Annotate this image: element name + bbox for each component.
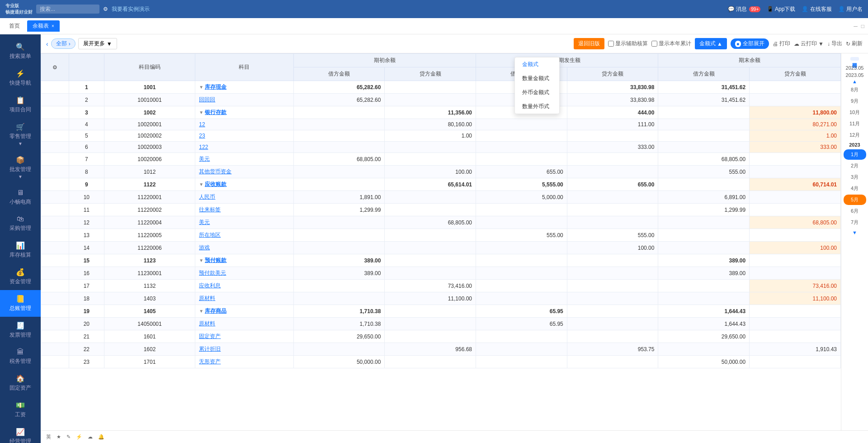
sidebar-item-purchase[interactable]: 🛍 采购管理: [0, 210, 41, 237]
td-name[interactable]: ▼ 应收账款: [195, 178, 293, 191]
demo-link[interactable]: 我要看实例演示: [112, 5, 150, 13]
sidebar-item-inventory[interactable]: 📊 库存核算: [0, 237, 41, 263]
td-name[interactable]: 累计折旧: [195, 343, 293, 356]
td-dcl: 1,644.43: [658, 318, 750, 330]
status-edit[interactable]: ✎: [66, 434, 71, 440]
rp-month-jan[interactable]: 1月: [844, 149, 866, 160]
sidebar-item-finance[interactable]: 💰 资金管理: [0, 263, 41, 290]
td-name[interactable]: 美元: [195, 153, 293, 166]
sidebar-item-quicknav[interactable]: ⚡ 快捷导航: [0, 65, 41, 91]
sidebar-item-search[interactable]: 🔍 搜索菜单: [0, 38, 41, 65]
rp-month-may[interactable]: 5月: [844, 195, 866, 205]
mode-option-qty-amount[interactable]: 数量金额式: [515, 71, 559, 86]
mode-btn[interactable]: 金额式 ▲: [695, 38, 727, 49]
td-name[interactable]: ▼ 库存商品: [195, 305, 293, 318]
ytd-checkbox[interactable]: [651, 41, 657, 47]
td-name[interactable]: 应收利息: [195, 280, 293, 292]
td-ccl: [750, 267, 841, 280]
td-name[interactable]: ▼ 库存现金: [195, 81, 293, 94]
print-btn[interactable]: 🖨 打印: [773, 40, 790, 48]
refresh-btn[interactable]: ↻ 刷新: [846, 40, 863, 48]
td-name[interactable]: 23: [195, 130, 293, 142]
tab-close-icon[interactable]: ×: [52, 24, 54, 29]
rp-month-jul[interactable]: 7月: [844, 217, 866, 228]
message-btn[interactable]: 💬 消息 99+: [728, 5, 761, 13]
td-name[interactable]: 往来标签: [195, 204, 293, 216]
rp-month-nov[interactable]: 11月: [844, 119, 866, 129]
td-code: 1602: [104, 343, 195, 356]
td-name[interactable]: 回回回: [195, 94, 293, 106]
status-flash[interactable]: ⚡: [76, 434, 82, 440]
status-star[interactable]: ★: [57, 434, 61, 440]
status-bell[interactable]: 🔔: [98, 434, 104, 440]
td-name[interactable]: ▼ 银行存款: [195, 106, 293, 119]
rp-month-sep[interactable]: 9月: [844, 96, 866, 106]
rp-month-oct[interactable]: 10月: [844, 107, 866, 118]
td-rowno: 12: [69, 216, 104, 229]
mode-option-qty-fx[interactable]: 数量外币式: [515, 100, 559, 114]
app-download-btn[interactable]: 📱 App下载: [767, 5, 795, 13]
tab-balance[interactable]: 余额表 ×: [27, 20, 60, 32]
rp-month-apr[interactable]: 4月: [844, 183, 866, 194]
sidebar-item-tax[interactable]: 🏛 税务管理: [0, 343, 41, 370]
online-service-btn[interactable]: 👤 在线客服: [802, 5, 831, 13]
td-ccu: [567, 292, 658, 305]
sidebar-item-operations[interactable]: 📈 经营管理: [0, 423, 41, 443]
export-btn[interactable]: ↓ 导出: [827, 40, 842, 48]
td-name[interactable]: 122: [195, 142, 293, 153]
td-name[interactable]: 其他货币资金: [195, 166, 293, 178]
table-settings-icon[interactable]: ⚙: [52, 64, 57, 71]
window-minimize[interactable]: ─: [854, 23, 858, 29]
td-name[interactable]: ▼ 预付账款: [195, 254, 293, 267]
assist-checkbox[interactable]: [608, 41, 614, 47]
rp-month-jun[interactable]: 6月: [844, 206, 866, 216]
rp-month-feb[interactable]: 2月: [844, 161, 866, 171]
sidebar-item-project[interactable]: 📋 项目合同: [0, 91, 41, 118]
top-search-input[interactable]: [36, 5, 99, 14]
breadcrumb-back-icon[interactable]: ‹: [46, 40, 48, 48]
rp-month-mar[interactable]: 3月: [844, 172, 866, 182]
top-bar-right: 💬 消息 99+ 📱 App下载 👤 在线客服 👤 用户名: [728, 5, 863, 13]
td-name[interactable]: 预付款美元: [195, 267, 293, 280]
td-name[interactable]: 12: [195, 119, 293, 130]
rp-month-aug[interactable]: 8月: [844, 85, 866, 95]
td-name[interactable]: 原材料: [195, 292, 293, 305]
sidebar-item-assets[interactable]: 🏠 固定资产: [0, 370, 41, 396]
tab-home[interactable]: 首页: [4, 20, 25, 32]
window-maximize[interactable]: □: [861, 23, 864, 29]
rp-month-dec[interactable]: 12月: [844, 130, 866, 140]
td-name[interactable]: 游戏: [195, 242, 293, 254]
td-name[interactable]: 原材料: [195, 318, 293, 330]
rp-scroll-up[interactable]: ▲: [852, 79, 857, 84]
rp-scroll-down[interactable]: ▼: [852, 230, 857, 235]
td-name[interactable]: 无形资产: [195, 356, 293, 368]
breadcrumb-forward-icon: ›: [69, 41, 71, 47]
sidebar-item-wholesale[interactable]: 📦 批发管理 ▼: [0, 151, 41, 184]
mode-option-amount[interactable]: 金额式: [515, 57, 559, 71]
show-ytd-check[interactable]: 显示本年累计: [651, 40, 691, 48]
toggle-all-btn[interactable]: ● 全部展开: [731, 38, 769, 49]
status-lang[interactable]: 英: [46, 433, 51, 440]
sidebar-item-ecommerce[interactable]: 🖥 小畅电商: [0, 184, 41, 210]
mode-option-fx-amount[interactable]: 外币金额式: [515, 86, 559, 100]
status-cloud[interactable]: ☁: [88, 434, 93, 440]
td-name[interactable]: 固定资产: [195, 330, 293, 343]
sidebar-item-payroll[interactable]: 💵 工资: [0, 396, 41, 423]
td-ccu: 333.00: [567, 142, 658, 153]
expand-more-btn[interactable]: 展开更多 ▼: [78, 38, 117, 49]
user-avatar[interactable]: 👤 用户名: [838, 5, 863, 13]
settings-icon[interactable]: ⚙: [103, 6, 108, 12]
td-ccu: 555.00: [567, 229, 658, 242]
td-name[interactable]: 所在地区: [195, 229, 293, 242]
td-name[interactable]: 美元: [195, 216, 293, 229]
return-old-btn[interactable]: 退回旧版: [574, 38, 604, 49]
cloud-print-btn[interactable]: ☁ 云打印 ▼: [794, 40, 824, 48]
sidebar-item-retail[interactable]: 🛒 零售管理 ▼: [0, 118, 41, 151]
td-settings: [41, 153, 69, 166]
th-settings[interactable]: ⚙: [41, 54, 69, 81]
sidebar-item-invoice[interactable]: 🧾 发票管理: [0, 317, 41, 343]
show-assist-check[interactable]: 显示辅助核算: [608, 40, 648, 48]
td-ccu: [567, 267, 658, 280]
sidebar-item-ledger[interactable]: 📒 总账管理: [0, 290, 41, 317]
td-name[interactable]: 人民币: [195, 191, 293, 204]
